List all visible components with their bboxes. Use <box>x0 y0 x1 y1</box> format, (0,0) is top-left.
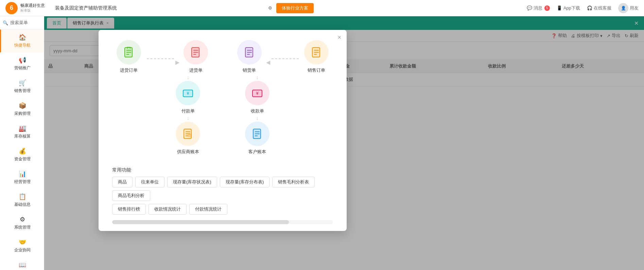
sidebar-item-sales[interactable]: 🛒 销售管理 <box>0 75 44 98</box>
online-service-action[interactable]: 🎧 在线客服 <box>587 5 611 11</box>
flow-label-purchase-order: 进货订单 <box>120 67 138 73</box>
flow-node-receipt-slip[interactable]: ¥ 收款单 <box>235 81 279 114</box>
header-actions: 💬 消息 5 📱 App下载 🎧 在线客服 👤 用友 <box>527 3 639 13</box>
message-action[interactable]: 💬 消息 5 <box>527 5 550 11</box>
func-buttons-row1: 商品 往来单位 现存量(库存状况表) 现存量(库存分布表) 销售毛利分析表 商品… <box>112 177 333 201</box>
flow-circle-sales-slip <box>237 40 262 65</box>
modal-box: × 进货订单 <box>99 30 347 231</box>
func-btn-sales-ranking[interactable]: 销售排行榜 <box>112 204 146 215</box>
sidebar-item-system[interactable]: ⚙ 系统管理 <box>0 212 44 234</box>
flow-circle-payment-slip: ¥ <box>176 81 200 105</box>
message-icon: 💬 <box>527 5 532 11</box>
flow-label-sales-slip: 销货单 <box>243 67 256 73</box>
modal-body: 进货订单 ▶ 进 <box>99 30 347 231</box>
sidebar-search[interactable]: 🔍 搜索菜单 <box>0 16 44 30</box>
flow-label-purchase-slip: 进货单 <box>189 67 203 73</box>
flow-node-sales-order[interactable]: 销售订单 <box>300 40 333 73</box>
sidebar-item-cooperation[interactable]: 🤝 企业协同 <box>0 234 44 257</box>
sidebar-item-label-inventory: 库存核算 <box>14 133 31 139</box>
system-icon: ⚙ <box>20 216 25 223</box>
sidebar-item-guide[interactable]: 📖 新手引导 <box>0 257 44 270</box>
func-btn-stock-status[interactable]: 现存量(库存状况表) <box>167 177 217 187</box>
sidebar-item-label-operation: 经营管理 <box>14 179 31 185</box>
modal-close-btn[interactable]: × <box>337 34 341 41</box>
logo-area: 6 畅康通好生意 标准版 <box>5 2 50 14</box>
svg-text:¥: ¥ <box>186 91 189 96</box>
flow-node-purchase-order[interactable]: 进货订单 <box>112 40 145 73</box>
quick-nav-icon: 🏠 <box>19 34 26 41</box>
flow-circle-purchase-order <box>117 40 141 65</box>
flow-node-payment-slip[interactable]: ¥ 付款单 <box>166 81 210 114</box>
func-btn-sales-gross[interactable]: 销售毛利分析表 <box>272 177 315 187</box>
purchase-icon: 📦 <box>19 102 26 109</box>
avatar: 👤 <box>618 3 628 13</box>
message-label: 消息 <box>534 5 542 11</box>
sidebar-item-marketing[interactable]: 📢 营销推广 <box>0 52 44 75</box>
basic-icon: 📋 <box>19 193 26 200</box>
common-functions: 常用功能 商品 往来单位 现存量(库存状况表) 现存量(库存分布表) 销售毛利分… <box>112 167 333 215</box>
inventory-icon: 🏭 <box>19 125 26 132</box>
func-btn-receipt-stats[interactable]: 收款情况统计 <box>149 204 187 215</box>
content-area: 首页 销售订单执行表 × ✕ ❓ 帮助 🖨 按模板打印 ▾ ↗ 导 <box>44 16 644 270</box>
finance-icon: 💰 <box>19 147 26 155</box>
search-icon: 🔍 <box>3 20 8 25</box>
flow-node-supplier-account[interactable]: 供应商账本 <box>166 122 210 155</box>
settings-icon[interactable]: ⚙ <box>268 5 272 11</box>
logo-sub: 标准版 <box>20 8 45 13</box>
modal-scrollbar[interactable] <box>112 220 333 224</box>
top-header: 6 畅康通好生意 标准版 装备及固定资产辅助管理系统 ⚙ 体验行业方案 💬 消息… <box>0 0 644 16</box>
sidebar-item-label-basic: 基础信息 <box>14 202 31 208</box>
try-btn[interactable]: 体验行业方案 <box>276 3 314 13</box>
flow-circle-supplier-account <box>176 122 200 146</box>
user-label: 用友 <box>630 5 639 11</box>
online-service-label: 在线客服 <box>594 5 611 11</box>
sidebar-item-purchase[interactable]: 📦 采购管理 <box>0 98 44 121</box>
logo-text: 畅康通好生意 <box>20 3 45 8</box>
cooperation-icon: 🤝 <box>19 238 26 246</box>
sidebar-item-label-finance: 资金管理 <box>14 156 31 162</box>
func-buttons-row2: 销售排行榜 收款情况统计 付款情况统计 <box>112 204 333 215</box>
main-layout: 🔍 搜索菜单 🏠 快捷导航 📢 营销推广 🛒 销售管理 📦 采购管理 🏭 <box>0 16 644 270</box>
flow-circle-purchase-slip <box>184 40 208 65</box>
common-functions-title: 常用功能 <box>112 167 333 173</box>
guide-icon: 📖 <box>19 261 26 269</box>
svg-rect-31 <box>188 134 191 137</box>
flow-label-payment-slip: 付款单 <box>181 108 195 114</box>
flow-node-purchase-slip[interactable]: 进货单 <box>179 40 213 73</box>
sidebar-item-inventory[interactable]: 🏭 库存核算 <box>0 121 44 143</box>
app-download-icon: 📱 <box>557 5 562 11</box>
func-btn-payment-stats[interactable]: 付款情况统计 <box>189 204 227 215</box>
sidebar-item-basic[interactable]: 📋 基础信息 <box>0 189 44 212</box>
flow-label-sales-order: 销售订单 <box>308 67 325 73</box>
func-btn-product[interactable]: 商品 <box>112 177 133 187</box>
flow-circle-customer-account <box>245 122 269 146</box>
sidebar-nav: 🏠 快捷导航 📢 营销推广 🛒 销售管理 📦 采购管理 🏭 库存核算 💰 <box>0 30 44 270</box>
func-btn-product-gross[interactable]: 商品毛利分析 <box>112 190 150 201</box>
sidebar-item-finance[interactable]: 💰 资金管理 <box>0 143 44 166</box>
marketing-icon: 📢 <box>19 56 26 64</box>
sidebar-item-label-marketing: 营销推广 <box>14 65 31 71</box>
svg-text:¥: ¥ <box>256 91 259 96</box>
system-title: 装备及固定资产辅助管理系统 <box>50 5 268 11</box>
sidebar-item-label-purchase: 采购管理 <box>14 111 31 116</box>
flow-diagram: 进货订单 ▶ 进 <box>112 40 333 160</box>
online-service-icon: 🎧 <box>587 5 592 11</box>
user-action[interactable]: 👤 用友 <box>618 3 639 13</box>
flow-node-customer-account[interactable]: 客户账本 <box>235 122 279 155</box>
flow-node-sales-slip[interactable]: 销货单 <box>233 40 266 73</box>
app-download-action[interactable]: 📱 App下载 <box>557 5 580 11</box>
message-badge: 5 <box>544 5 550 11</box>
modal-scrollbar-thumb <box>112 220 289 224</box>
func-btn-partner[interactable]: 往来单位 <box>135 177 164 187</box>
func-btn-stock-dist[interactable]: 现存量(库存分布表) <box>220 177 270 187</box>
modal-overlay: × 进货订单 <box>44 16 644 270</box>
sidebar-item-label-system: 系统管理 <box>14 224 31 230</box>
operation-icon: 📊 <box>19 170 26 178</box>
sales-icon: 🛒 <box>19 79 26 87</box>
sidebar-item-quick-nav[interactable]: 🏠 快捷导航 <box>0 30 44 52</box>
flow-label-receipt-slip: 收款单 <box>251 108 264 114</box>
sidebar-item-operation[interactable]: 📊 经营管理 <box>0 166 44 189</box>
flow-label-supplier-account: 供应商账本 <box>177 149 199 155</box>
flow-circle-receipt-slip: ¥ <box>245 81 269 105</box>
sidebar-search-label: 搜索菜单 <box>10 20 28 26</box>
